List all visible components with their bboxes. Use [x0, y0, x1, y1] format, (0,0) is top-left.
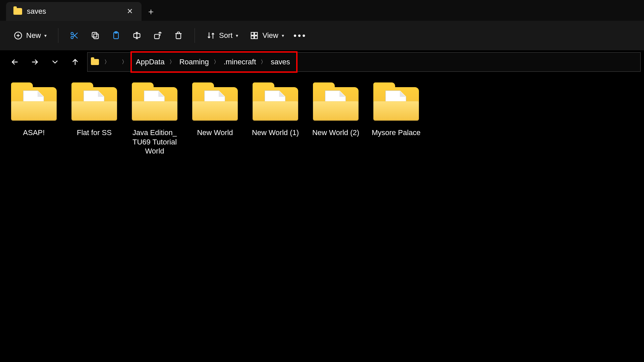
arrow-right-icon: [31, 58, 39, 66]
address-bar[interactable]: 〉 〉 AppData 〉 Roaming 〉 .minecraft 〉 sav…: [87, 52, 641, 72]
folder-item[interactable]: New World (2): [308, 87, 364, 156]
toolbar-divider: [58, 28, 58, 43]
close-icon[interactable]: ✕: [125, 6, 134, 17]
nav-row: 〉 〉 AppData 〉 Roaming 〉 .minecraft 〉 sav…: [0, 50, 644, 74]
back-button[interactable]: [7, 54, 23, 70]
share-button[interactable]: [148, 26, 167, 45]
cut-button[interactable]: [65, 26, 84, 45]
sort-icon: [206, 31, 216, 40]
chevron-right-icon: 〉: [167, 59, 177, 66]
ellipsis-icon: •••: [293, 31, 307, 41]
new-button-label: New: [26, 31, 41, 40]
rename-icon: [132, 31, 142, 40]
folder-icon: [71, 87, 117, 121]
svg-rect-8: [92, 33, 97, 37]
scissors-icon: [70, 31, 79, 40]
svg-rect-19: [255, 36, 258, 39]
up-button[interactable]: [67, 54, 83, 70]
delete-button[interactable]: [169, 26, 188, 45]
folder-icon: [313, 87, 359, 121]
breadcrumb-item[interactable]: AppData: [133, 57, 167, 67]
folder-label: Flat for SS: [77, 128, 112, 137]
chevron-right-icon: 〉: [102, 59, 112, 66]
sort-button-label: Sort: [219, 31, 232, 40]
tab-bar: saves ✕ ＋: [0, 0, 644, 21]
folder-item[interactable]: New World: [187, 87, 243, 156]
folder-label: Mysore Palace: [372, 128, 421, 137]
svg-rect-15: [176, 34, 181, 39]
share-icon: [153, 31, 162, 40]
breadcrumb-item[interactable]: saves: [268, 57, 292, 67]
folder-label: Java Edition_ TU69 Tutorial World: [128, 128, 181, 156]
folder-icon: [11, 87, 57, 121]
folder-item[interactable]: Flat for SS: [66, 87, 122, 156]
view-icon: [250, 31, 259, 40]
recent-button[interactable]: [47, 54, 63, 70]
svg-rect-17: [255, 33, 258, 35]
toolbar: New ▾: [0, 21, 644, 50]
folder-icon: [192, 87, 238, 121]
folder-item[interactable]: ASAP!: [6, 87, 62, 156]
svg-rect-7: [94, 34, 98, 39]
folder-item[interactable]: New World (1): [248, 87, 303, 156]
svg-rect-13: [155, 35, 159, 39]
svg-rect-18: [251, 36, 254, 39]
chevron-down-icon: ▾: [282, 33, 284, 38]
folder-icon: [373, 87, 419, 121]
chevron-right-icon: 〉: [120, 59, 129, 66]
folder-item[interactable]: Java Edition_ TU69 Tutorial World: [127, 87, 182, 156]
more-button[interactable]: •••: [291, 26, 310, 45]
view-button[interactable]: View ▾: [245, 26, 288, 45]
plus-circle-icon: [13, 31, 23, 40]
new-button[interactable]: New ▾: [9, 26, 51, 45]
folder-item[interactable]: Mysore Palace: [368, 87, 424, 156]
svg-rect-16: [251, 33, 254, 35]
breadcrumb-highlight: AppData 〉 Roaming 〉 .minecraft 〉 saves: [130, 51, 298, 73]
folder-icon: [91, 59, 99, 65]
chevron-down-icon: [51, 58, 59, 66]
folder-icon: [132, 87, 177, 121]
forward-button[interactable]: [27, 54, 43, 70]
chevron-down-icon: ▾: [236, 33, 238, 38]
tab-title: saves: [27, 7, 121, 16]
folder-label: New World: [197, 128, 233, 137]
folder-icon: [253, 87, 298, 121]
arrow-left-icon: [10, 58, 19, 66]
view-button-label: View: [262, 31, 278, 40]
copy-icon: [91, 31, 100, 40]
chevron-right-icon: 〉: [259, 59, 268, 66]
rename-button[interactable]: [127, 26, 146, 45]
folder-label: New World (1): [252, 128, 299, 137]
active-tab[interactable]: saves ✕: [6, 2, 142, 21]
chevron-down-icon: ▾: [44, 33, 47, 38]
folder-label: ASAP!: [23, 128, 45, 137]
sort-button[interactable]: Sort ▾: [202, 26, 243, 45]
copy-button[interactable]: [86, 26, 105, 45]
new-tab-button[interactable]: ＋: [142, 2, 160, 21]
clipboard-icon: [111, 31, 121, 40]
paste-button[interactable]: [107, 26, 125, 45]
breadcrumb-item[interactable]: Roaming: [177, 57, 212, 67]
folder-label: New World (2): [312, 128, 359, 137]
toolbar-divider: [195, 28, 195, 43]
chevron-right-icon: 〉: [212, 59, 221, 66]
folder-grid: ASAP!Flat for SSJava Edition_ TU69 Tutor…: [0, 74, 644, 169]
breadcrumb-item[interactable]: .minecraft: [221, 57, 259, 67]
trash-icon: [174, 31, 183, 40]
arrow-up-icon: [71, 58, 79, 66]
folder-icon: [13, 8, 22, 15]
